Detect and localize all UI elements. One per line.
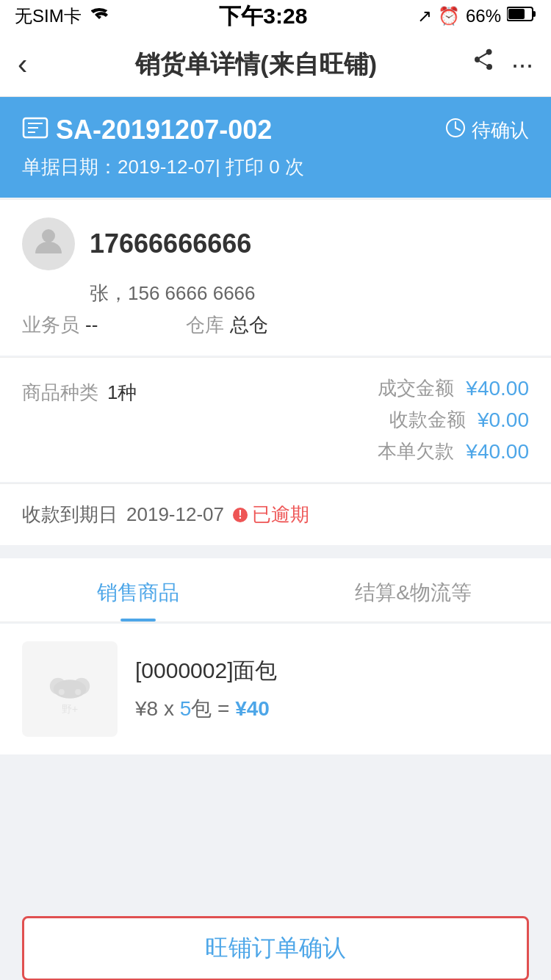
sales-value: -- xyxy=(85,314,98,336)
svg-text:野+: 野+ xyxy=(62,703,78,715)
product-thumbnail: 野+ xyxy=(22,641,118,737)
product-info: [0000002]面包 ¥8 x 5包 = ¥40 xyxy=(135,656,529,723)
type-value: 1种 xyxy=(107,380,137,406)
due-date-card: 收款到期日 2019-12-07 ! 已逾期 xyxy=(0,484,551,545)
tabs-bar: 销售商品 结算&物流等 xyxy=(0,558,551,622)
order-icon xyxy=(22,115,48,145)
carrier-label: 无SIM卡 xyxy=(15,4,82,28)
product-name: [0000002]面包 xyxy=(135,656,529,686)
overdue-icon: ! xyxy=(233,508,248,522)
status-bar: 无SIM卡 下午3:28 ↗ ⏰ 66% xyxy=(0,0,551,32)
summary-row-owed: 本单欠款 ¥40.00 xyxy=(378,439,529,464)
sales-label: 业务员 xyxy=(22,312,79,338)
page-title: 销货单详情(来自旺铺) xyxy=(42,48,470,82)
summary-right: 成交金额 ¥40.00 收款金额 ¥0.00 本单欠款 ¥40.00 xyxy=(378,375,529,464)
product-price: ¥8 x 5包 = ¥40 xyxy=(135,695,529,723)
svg-point-10 xyxy=(42,229,55,242)
confirm-order-button[interactable]: 旺铺订单确认 xyxy=(22,916,529,980)
warehouse-value: 总仓 xyxy=(230,312,268,338)
share-button[interactable] xyxy=(470,48,497,81)
spacer xyxy=(0,754,551,901)
svg-point-15 xyxy=(75,689,81,695)
customer-name: 张，156 6666 6666 xyxy=(90,281,529,306)
status-time: 下午3:28 xyxy=(219,1,307,32)
status-text: 待确认 xyxy=(472,118,529,143)
wifi-icon xyxy=(89,6,109,26)
clock-icon xyxy=(445,118,466,143)
order-id: SA-20191207-002 xyxy=(22,115,272,145)
nav-bar: ‹ 销货单详情(来自旺铺) ··· xyxy=(0,32,551,97)
summary-card: 商品种类 1种 成交金额 ¥40.00 收款金额 ¥0.00 本单欠款 ¥40.… xyxy=(0,358,551,482)
type-label: 商品种类 xyxy=(22,380,98,406)
overdue-text: 已逾期 xyxy=(252,502,309,527)
status-left: 无SIM卡 xyxy=(15,4,109,28)
customer-card: 17666666666 张，156 6666 6666 业务员 -- 仓库 总仓 xyxy=(0,200,551,356)
status-right: ↗ ⏰ 66% xyxy=(417,6,536,26)
order-status: 待确认 xyxy=(445,118,529,143)
bottom-bar: 旺铺订单确认 xyxy=(0,901,551,980)
warehouse-label: 仓库 xyxy=(186,312,224,338)
svg-rect-2 xyxy=(508,9,525,19)
alarm-icon: ⏰ xyxy=(438,6,460,26)
due-date-value: 2019-12-07 xyxy=(126,503,224,526)
overdue-badge: ! 已逾期 xyxy=(233,502,309,527)
svg-line-9 xyxy=(455,128,460,130)
more-button[interactable]: ··· xyxy=(511,49,533,80)
summary-row-deal: 成交金额 ¥40.00 xyxy=(378,375,529,401)
product-card: 野+ [0000002]面包 ¥8 x 5包 = ¥40 xyxy=(0,624,551,754)
svg-point-14 xyxy=(59,689,65,695)
nav-actions: ··· xyxy=(470,48,533,81)
tab-settlement-logistics[interactable]: 结算&物流等 xyxy=(276,558,551,621)
location-icon: ↗ xyxy=(417,6,432,26)
due-date-label: 收款到期日 xyxy=(22,502,118,527)
summary-row-paid: 收款金额 ¥0.00 xyxy=(389,407,529,433)
customer-phone: 17666666666 xyxy=(90,228,251,259)
battery-label: 66% xyxy=(466,6,501,26)
svg-rect-1 xyxy=(533,11,536,17)
back-button[interactable]: ‹ xyxy=(18,48,27,81)
order-header: SA-20191207-002 待确认 单据日期：2019-12-07| 打印 … xyxy=(0,97,551,198)
tab-sales-products[interactable]: 销售商品 xyxy=(0,558,276,621)
customer-meta: 业务员 -- 仓库 总仓 xyxy=(22,312,529,338)
order-date: 单据日期：2019-12-07| 打印 0 次 xyxy=(22,154,529,180)
battery-icon xyxy=(507,6,536,26)
customer-avatar xyxy=(22,217,75,270)
avatar-icon xyxy=(32,224,65,264)
svg-point-13 xyxy=(54,680,87,699)
